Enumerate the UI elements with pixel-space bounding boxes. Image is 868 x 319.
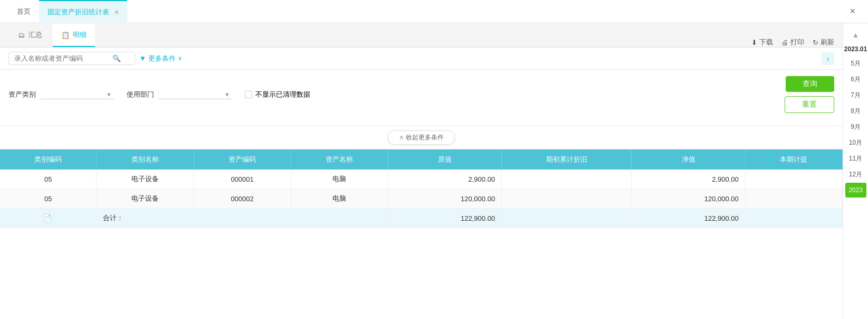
table-row: 05 电子设备 000002 电脑 120,000.00 120,000.00 — [0, 189, 843, 209]
table-header: 类别编码 类别名称 资产编码 资产名称 原值 期初累计折旧 净值 本期计提 — [0, 149, 843, 170]
col-original-value: 原值 — [388, 149, 501, 170]
table-wrap: 类别编码 类别名称 资产编码 资产名称 原值 期初累计折旧 净值 本期计提 05 — [0, 149, 843, 319]
row1-asset-name: 电脑 — [291, 170, 388, 189]
row2-original-value: 120,000.00 — [388, 189, 501, 209]
search-icon: 🔍 — [112, 54, 121, 62]
row2-category-name: 电子设备 — [97, 189, 194, 209]
row1-original-value: 2,900.00 — [388, 170, 501, 189]
row2-initial-depreciation — [502, 189, 632, 209]
row2-net-value: 120,000.00 — [632, 189, 745, 209]
tab-detail[interactable]: 📋 明细 — [53, 24, 95, 47]
row2-category-code: 05 — [0, 189, 97, 209]
col-current-period: 本期计提 — [745, 149, 842, 170]
filter-panel: 资产类别 ▼ 使用部门 ▼ 不显示已清理数据 — [0, 70, 843, 126]
sidebar-month-12[interactable]: 12月 — [845, 167, 866, 182]
sidebar-month-8[interactable]: 8月 — [845, 104, 866, 118]
download-button[interactable]: ⬇ 下载 — [751, 37, 773, 47]
table-header-row: 类别编码 类别名称 资产编码 资产名称 原值 期初累计折旧 净值 本期计提 — [0, 149, 843, 170]
query-button[interactable]: 查询 — [786, 76, 834, 92]
more-conditions-button[interactable]: ▼ 更多条件 ∨ — [139, 54, 182, 63]
row1-net-value: 2,900.00 — [632, 170, 745, 189]
table-row: 05 电子设备 000001 电脑 2,900.00 2,900.00 — [0, 170, 843, 189]
row1-asset-code: 000001 — [194, 170, 291, 189]
collapse-bar: ∧ 收起更多条件 — [0, 126, 843, 149]
collapse-conditions-button[interactable]: ∧ 收起更多条件 — [388, 130, 455, 145]
left-panel: 🗂 汇总 📋 明细 ⬇ 下载 🖨 打印 ↻ 刷新 — [0, 23, 843, 319]
search-input[interactable] — [14, 54, 109, 62]
total-original-value: 122,900.00 — [388, 209, 501, 228]
search-bar: 🔍 ▼ 更多条件 ∨ › — [0, 48, 843, 70]
col-initial-depreciation: 期初累计折旧 — [502, 149, 632, 170]
hide-cleared-label: 不显示已清理数据 — [255, 90, 310, 99]
tab-close-icon[interactable]: × — [115, 8, 119, 16]
col-asset-name: 资产名称 — [291, 149, 388, 170]
table-body: 05 电子设备 000001 电脑 2,900.00 2,900.00 05 电… — [0, 170, 843, 228]
checkbox-box — [245, 91, 252, 98]
window-close-button[interactable]: × — [845, 6, 860, 17]
department-select[interactable]: ▼ — [158, 90, 232, 99]
asset-category-label: 资产类别 — [8, 90, 36, 99]
summary-icon: 🗂 — [17, 31, 25, 39]
search-input-wrap[interactable]: 🔍 — [8, 52, 135, 65]
row1-category-name: 电子设备 — [97, 170, 194, 189]
print-label: 打印 — [790, 37, 804, 47]
download-label: 下载 — [759, 37, 773, 47]
tab-summary-label: 汇总 — [28, 30, 42, 40]
sidebar-month-6[interactable]: 6月 — [845, 72, 866, 87]
tab-bar: 🗂 汇总 📋 明细 ⬇ 下载 🖨 打印 ↻ 刷新 — [0, 23, 843, 48]
asset-category-arrow-icon: ▼ — [106, 91, 112, 98]
table-total-row: 📄 合计： 122,900.00 122,900.00 — [0, 209, 843, 228]
refresh-button[interactable]: ↻ 刷新 — [813, 37, 834, 47]
active-tab-label: 固定资产折旧统计表 — [47, 7, 109, 17]
more-conditions-label: 更多条件 — [148, 54, 176, 63]
tab-summary[interactable]: 🗂 汇总 — [8, 24, 51, 47]
asset-category-select[interactable]: ▼ — [40, 90, 114, 99]
filter-row: 资产类别 ▼ 使用部门 ▼ 不显示已清理数据 — [8, 76, 834, 113]
asset-category-filter: 资产类别 ▼ — [8, 90, 114, 99]
filter-icon: ▼ — [139, 54, 146, 62]
row2-current-period — [745, 189, 842, 209]
sidebar-month-11[interactable]: 11月 — [845, 151, 866, 166]
total-initial-depreciation — [502, 209, 632, 228]
active-tab[interactable]: 固定资产折旧统计表 × — [39, 0, 127, 23]
total-current-period — [745, 209, 842, 228]
row1-current-period — [745, 170, 842, 189]
tab-detail-label: 明细 — [73, 30, 87, 40]
row1-category-code: 05 — [0, 170, 97, 189]
hide-cleared-checkbox[interactable]: 不显示已清理数据 — [245, 90, 310, 99]
data-table: 类别编码 类别名称 资产编码 资产名称 原值 期初累计折旧 净值 本期计提 05 — [0, 149, 843, 228]
total-icon: 📄 — [43, 214, 52, 222]
sidebar-month-7[interactable]: 7月 — [845, 88, 866, 102]
row2-asset-code: 000002 — [194, 189, 291, 209]
sidebar-month-9[interactable]: 9月 — [845, 119, 866, 134]
right-sidebar: ▲ 2023.01 5月 6月 7月 8月 9月 10月 11月 12月 202… — [843, 23, 868, 319]
print-button[interactable]: 🖨 打印 — [781, 37, 804, 47]
sidebar-nav-up-button[interactable]: ▲ — [846, 27, 865, 42]
col-asset-code: 资产编码 — [194, 149, 291, 170]
department-arrow-icon: ▼ — [224, 91, 230, 98]
col-category-name: 类别名称 — [97, 149, 194, 170]
total-label: 合计： — [97, 209, 388, 228]
sidebar-month-5[interactable]: 5月 — [845, 56, 866, 71]
refresh-icon: ↻ — [813, 39, 818, 46]
col-net-value: 净值 — [632, 149, 745, 170]
total-net-value: 122,900.00 — [632, 209, 745, 228]
reset-button[interactable]: 重置 — [785, 96, 834, 113]
row2-asset-name: 电脑 — [291, 189, 388, 209]
top-nav-bar: 首页 固定资产折旧统计表 × × — [0, 0, 868, 23]
refresh-label: 刷新 — [821, 37, 834, 47]
department-filter: 使用部门 ▼ — [127, 90, 232, 99]
toolbar-right: ⬇ 下载 🖨 打印 ↻ 刷新 — [751, 37, 834, 47]
sidebar-year-badge[interactable]: 2023 — [845, 183, 866, 198]
expand-panel-button[interactable]: › — [822, 52, 834, 65]
total-icon-cell: 📄 — [0, 209, 97, 228]
sidebar-month-10[interactable]: 10月 — [845, 135, 866, 150]
home-nav-item[interactable]: 首页 — [8, 7, 39, 16]
main-content: 🗂 汇总 📋 明细 ⬇ 下载 🖨 打印 ↻ 刷新 — [0, 23, 868, 319]
row1-initial-depreciation — [502, 170, 632, 189]
chevron-down-icon: ∨ — [178, 55, 182, 62]
detail-icon: 📋 — [61, 31, 70, 39]
department-label: 使用部门 — [127, 90, 154, 99]
sidebar-date-header: 2023.01 — [843, 43, 868, 55]
print-icon: 🖨 — [781, 39, 788, 46]
